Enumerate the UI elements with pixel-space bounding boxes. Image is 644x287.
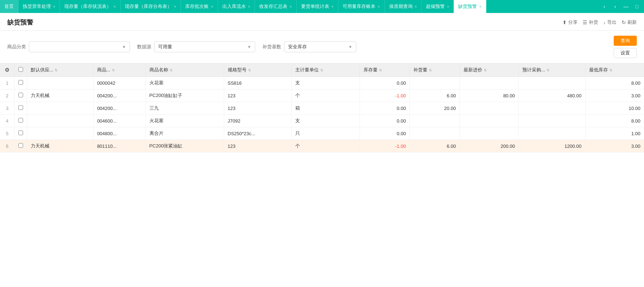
replenish-label: 补货 bbox=[589, 19, 598, 26]
th-min-stock[interactable]: 最低库存⇅ bbox=[585, 63, 644, 77]
nav-item-overstock[interactable]: 超储预警 × bbox=[422, 0, 454, 13]
close-icon-summary[interactable]: × bbox=[290, 4, 292, 9]
nav-maximize-button[interactable]: □ bbox=[632, 1, 642, 12]
row-number: 5 bbox=[0, 127, 14, 140]
row-checkbox[interactable] bbox=[18, 80, 23, 85]
nav-item-available[interactable]: 可用量库存账本 × bbox=[338, 0, 384, 13]
row-number: 4 bbox=[0, 115, 14, 127]
select-all-checkbox[interactable] bbox=[18, 67, 23, 72]
category-filter-group: 商品分类 ▼ bbox=[7, 41, 130, 52]
row-checkbox[interactable] bbox=[18, 143, 23, 148]
cell-unit: 个 bbox=[292, 89, 360, 102]
th-stock[interactable]: 库存量⇅ bbox=[360, 63, 410, 77]
nav-item-batch[interactable]: 库存批次账 × bbox=[181, 0, 218, 13]
close-icon-pick[interactable]: × bbox=[53, 4, 55, 9]
nav-item-shortage[interactable]: 缺货预警 × bbox=[454, 0, 486, 13]
nav-item-home[interactable]: 首页 bbox=[0, 0, 18, 13]
close-icon-stock1[interactable]: × bbox=[113, 4, 116, 9]
cell-min-stock: 10.00 bbox=[585, 102, 644, 115]
nav-label-stock1: 现存量（库存状况表） bbox=[64, 3, 111, 10]
nav-item-order[interactable]: 要货单统计表 × bbox=[297, 0, 338, 13]
close-icon-stock2[interactable]: × bbox=[174, 4, 176, 9]
close-icon-batch[interactable]: × bbox=[211, 4, 213, 9]
row-checkbox[interactable] bbox=[18, 118, 23, 123]
cell-replenish: 6.00 bbox=[410, 89, 460, 102]
th-unit[interactable]: 主计量单位⇅ bbox=[292, 63, 360, 77]
cell-code: 004600... bbox=[93, 115, 145, 127]
close-icon-overstock[interactable]: × bbox=[447, 4, 449, 9]
nav-item-summary[interactable]: 收发存汇总表 × bbox=[255, 0, 296, 13]
nav-bar: 首页 拣货异常处理 × 现存量（库存状况表） × 现存量（库存分布表） × 库存… bbox=[0, 0, 644, 13]
th-spec[interactable]: 规格型号⇅ bbox=[224, 63, 292, 77]
replenish-base-chevron-icon: ▼ bbox=[348, 45, 352, 49]
cell-replenish bbox=[410, 127, 460, 140]
replenish-icon: ☰ bbox=[583, 19, 587, 25]
close-icon-available[interactable]: × bbox=[378, 4, 380, 9]
cell-est-purchase bbox=[519, 127, 585, 140]
close-icon-expiry[interactable]: × bbox=[415, 4, 417, 9]
nav-item-stock2[interactable]: 现存量（库存分布表） × bbox=[121, 0, 181, 13]
nav-label-expiry: 保质期查询 bbox=[389, 3, 413, 10]
cell-min-stock: 3.00 bbox=[585, 89, 644, 102]
nav-label-pick: 拣货异常处理 bbox=[23, 3, 51, 10]
table-row: 3004200...三九123箱0.0020.0010.00 bbox=[0, 102, 644, 115]
nav-next-button[interactable]: › bbox=[610, 1, 620, 12]
th-replenish[interactable]: 补货量⇅ bbox=[410, 63, 460, 77]
row-checkbox-cell bbox=[14, 140, 27, 153]
sort-icon-stock: ⇅ bbox=[379, 68, 382, 72]
th-code[interactable]: 商品...⇅ bbox=[93, 63, 145, 77]
query-button[interactable]: 查询 bbox=[614, 36, 637, 46]
cell-min-stock: 1.00 bbox=[585, 127, 644, 140]
cell-est-purchase bbox=[519, 115, 585, 127]
th-name[interactable]: 商品名称⇅ bbox=[145, 63, 224, 77]
nav-minimize-button[interactable]: — bbox=[621, 1, 631, 12]
export-label: 导出 bbox=[607, 19, 617, 26]
cell-est-purchase bbox=[519, 102, 585, 115]
table-body: 10000042火花塞SS816支0.008.002力天机械004200...P… bbox=[0, 77, 644, 153]
nav-item-stock1[interactable]: 现存量（库存状况表） × bbox=[60, 0, 120, 13]
table-container: ⚙ 默认供应...⇅ 商品...⇅ 商品名称⇅ bbox=[0, 63, 644, 153]
nav-item-expiry[interactable]: 保质期查询 × bbox=[385, 0, 422, 13]
cell-supplier: 力天机械 bbox=[27, 140, 93, 153]
category-select[interactable]: ▼ bbox=[29, 41, 130, 52]
th-latest-price[interactable]: 最新进价⇅ bbox=[460, 63, 519, 77]
cell-latest-price: 80.00 bbox=[460, 89, 519, 102]
category-label: 商品分类 bbox=[7, 44, 26, 50]
nav-item-pick[interactable]: 拣货异常处理 × bbox=[18, 0, 60, 13]
settings-button[interactable]: 设置 bbox=[614, 48, 637, 58]
table-header-row: ⚙ 默认供应...⇅ 商品...⇅ 商品名称⇅ bbox=[0, 63, 644, 77]
replenish-button[interactable]: ☰ 补货 bbox=[583, 19, 598, 26]
nav-prev-button[interactable]: ‹ bbox=[599, 1, 609, 12]
share-icon: ⬆ bbox=[562, 19, 567, 25]
row-checkbox[interactable] bbox=[18, 131, 23, 135]
cell-stock: 0.00 bbox=[360, 102, 410, 115]
cell-supplier bbox=[27, 77, 93, 89]
row-checkbox[interactable] bbox=[18, 93, 23, 97]
datasource-select[interactable]: 可用量 ▼ bbox=[154, 41, 255, 52]
cell-unit: 只 bbox=[292, 127, 360, 140]
gear-icon[interactable]: ⚙ bbox=[5, 67, 9, 73]
cell-unit: 个 bbox=[292, 140, 360, 153]
cell-est-purchase: 480.00 bbox=[519, 89, 585, 102]
filter-area: 商品分类 ▼ 数据源 可用量 ▼ 补货基数 安全库存 ▼ 查询 设置 bbox=[0, 31, 644, 63]
cell-replenish: 6.00 bbox=[410, 140, 460, 153]
nav-item-flow[interactable]: 出入库流水 × bbox=[218, 0, 255, 13]
cell-unit: 支 bbox=[292, 115, 360, 127]
cell-name: 火花塞 bbox=[145, 115, 224, 127]
datasource-label: 数据源 bbox=[137, 44, 151, 50]
cell-code: 0000042 bbox=[93, 77, 145, 89]
replenish-base-select[interactable]: 安全库存 ▼ bbox=[284, 41, 356, 52]
close-icon-flow[interactable]: × bbox=[248, 4, 250, 9]
nav-label-stock2: 现存量（库存分布表） bbox=[125, 3, 172, 10]
close-icon-order[interactable]: × bbox=[331, 4, 334, 9]
close-icon-shortage[interactable]: × bbox=[479, 4, 481, 9]
cell-stock: 0.00 bbox=[360, 77, 410, 89]
row-checkbox[interactable] bbox=[18, 105, 23, 110]
th-est-purchase[interactable]: 预计采购...⇅ bbox=[519, 63, 585, 77]
th-supplier[interactable]: 默认供应...⇅ bbox=[27, 63, 93, 77]
main-content: 缺货预警 ⬆ 分享 ☰ 补货 ↓ 导出 ↻ 刷新 商品分类 bbox=[0, 13, 644, 287]
export-button[interactable]: ↓ 导出 bbox=[603, 19, 617, 26]
cell-latest-price: 200.00 bbox=[460, 140, 519, 153]
refresh-button[interactable]: ↻ 刷新 bbox=[622, 19, 637, 26]
share-button[interactable]: ⬆ 分享 bbox=[562, 19, 578, 26]
